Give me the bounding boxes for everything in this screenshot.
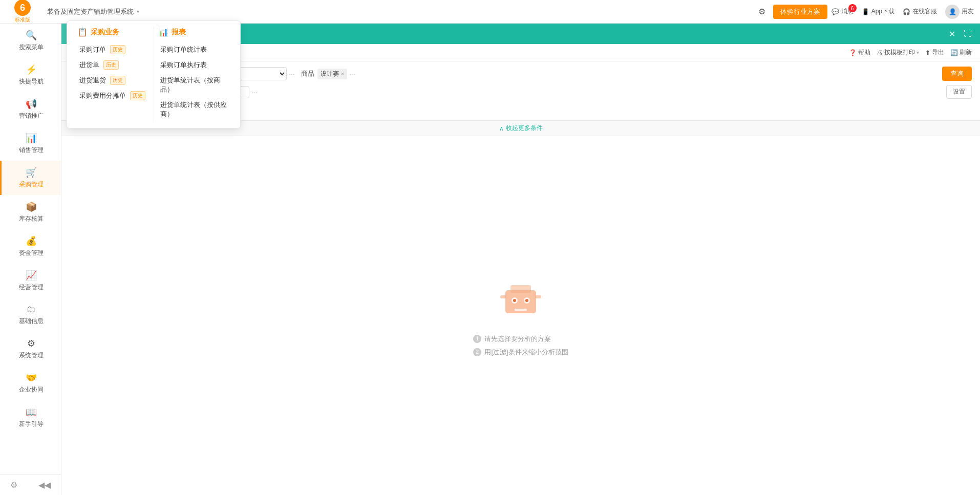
- industry-button[interactable]: 体验行业方案: [773, 5, 827, 19]
- hist-tag-2: 历史: [103, 60, 119, 70]
- sidebar-label-sales: 销售管理: [19, 146, 44, 155]
- dropdown-item-goods-stats-supplier-label: 进货单统计表（按供应商）: [160, 100, 228, 119]
- print-label: 按模板打印: [884, 48, 915, 57]
- salesman-more-btn[interactable]: ···: [251, 88, 258, 96]
- sidebar-item-guide[interactable]: 📖 新手引导: [0, 400, 61, 435]
- basic-info-icon: 🗂: [27, 304, 36, 315]
- refresh-btn[interactable]: 🔄 刷新: [950, 48, 972, 57]
- refresh-icon: 🔄: [950, 49, 958, 56]
- empty-area: 1 请先选择要分析的方案 2 用[过滤]条件来缩小分析范围: [61, 136, 980, 495]
- dropdown-col-purchase-title: 📋 采购业务: [77, 27, 150, 37]
- purchase-dropdown-menu: 📋 采购业务 采购订单 历史 进货单 历史 进货退货 历史 采购费用分摊单 历史…: [67, 20, 241, 128]
- tab-close-window-btn[interactable]: ✕: [947, 27, 957, 41]
- sidebar-label-purchase: 采购管理: [19, 180, 44, 189]
- dropdown-item-goods-stats-product[interactable]: 进货单统计表（按商品）: [158, 73, 230, 97]
- sidebar-item-basic-info[interactable]: 🗂 基础信息: [0, 298, 61, 332]
- sidebar-item-sales[interactable]: 📊 销售管理: [0, 126, 61, 161]
- sidebar-item-inventory[interactable]: 📦 库存核算: [0, 195, 61, 229]
- dropdown-item-purchase-stats[interactable]: 采购订单统计表: [158, 42, 230, 57]
- dropdown-item-goods-return[interactable]: 进货退货 历史: [77, 73, 150, 88]
- sidebar-label-capital: 资金管理: [19, 249, 44, 257]
- user-info-btn[interactable]: 👤 用友: [945, 5, 974, 19]
- sidebar-label-basic-info: 基础信息: [19, 317, 44, 326]
- settings-icon-btn[interactable]: ⚙: [755, 5, 769, 19]
- sidebar-item-marketing[interactable]: 📢 营销推广: [0, 92, 61, 126]
- quick-nav-icon: ⚡: [26, 64, 37, 75]
- tab-bar-right: ✕ ⛶: [947, 27, 980, 41]
- step-2-num: 2: [473, 348, 481, 356]
- app-download-label: App下载: [871, 7, 894, 16]
- sidebar: 🔍 搜索菜单 ⚡ 快捷导航 📢 营销推广 📊 销售管理 🛒 采购管理 📦 库存核…: [0, 24, 61, 495]
- dropdown-col-purchase: 📋 采购业务 采购订单 历史 进货单 历史 进货退货 历史 采购费用分摊单 历史: [73, 27, 154, 122]
- export-label: 导出: [932, 48, 944, 57]
- logo-icon: 6: [14, 0, 31, 16]
- inventory-icon: 📦: [26, 201, 37, 212]
- dropdown-item-goods-receive[interactable]: 进货单 历史: [77, 57, 150, 73]
- goods-tag: 设计赛 ×: [317, 69, 347, 79]
- collapse-chevron: ∧: [499, 125, 504, 132]
- export-btn[interactable]: ⬆ 导出: [925, 48, 944, 57]
- mobile-icon: 📱: [862, 8, 869, 15]
- query-button[interactable]: 查询: [942, 67, 972, 81]
- svg-rect-6: [515, 309, 527, 311]
- dropdown-item-purchase-exec-label: 采购订单执行表: [160, 60, 207, 70]
- empty-icon: [495, 275, 546, 326]
- enterprise-icon: 🤝: [26, 372, 37, 383]
- sidebar-item-quick-nav[interactable]: ⚡ 快捷导航: [0, 58, 61, 92]
- hist-tag-4: 历史: [130, 91, 145, 100]
- app-download-btn[interactable]: 📱 App下载: [862, 7, 894, 16]
- goods-filter-field: 商品 设计赛 × ···: [301, 69, 363, 79]
- step-1-num: 1: [473, 335, 481, 343]
- help-icon: ❓: [849, 49, 857, 56]
- hist-tag-3: 历史: [110, 76, 125, 85]
- sidebar-item-capital[interactable]: 💰 资金管理: [0, 229, 61, 264]
- sidebar-collapse-btn[interactable]: ◀◀: [38, 480, 51, 490]
- dropdown-item-purchase-order[interactable]: 采购订单 历史: [77, 42, 150, 57]
- guide-icon: 📖: [26, 406, 37, 418]
- sidebar-item-enterprise[interactable]: 🤝 企业协同: [0, 366, 61, 400]
- sidebar-label-system: 系统管理: [19, 351, 44, 360]
- sidebar-item-purchase[interactable]: 🛒 采购管理: [0, 161, 61, 195]
- dropdown-item-goods-stats-supplier[interactable]: 进货单统计表（按供应商）: [158, 97, 230, 122]
- topbar-right: 💬 消息 6 📱 App下载 🎧 在线客服 👤 用友: [832, 5, 974, 19]
- dropdown-item-expense-split[interactable]: 采购费用分摊单 历史: [77, 88, 150, 103]
- doc-status-select[interactable]: [236, 67, 287, 80]
- sidebar-settings-btn[interactable]: ⚙: [10, 480, 17, 490]
- sidebar-label-guide: 新手引导: [19, 420, 44, 428]
- message-btn[interactable]: 💬 消息 6: [832, 7, 854, 16]
- sidebar-item-operation[interactable]: 📈 经营管理: [0, 264, 61, 298]
- online-service-btn[interactable]: 🎧 在线客服: [903, 7, 937, 16]
- sidebar-item-search[interactable]: 🔍 搜索菜单: [0, 24, 61, 58]
- help-btn[interactable]: ❓ 帮助: [849, 48, 870, 57]
- print-btn[interactable]: 🖨 按模板打印 ▾: [877, 48, 919, 57]
- set-button[interactable]: 设置: [946, 85, 972, 99]
- sidebar-item-system[interactable]: ⚙ 系统管理: [0, 332, 61, 366]
- tab-expand-btn[interactable]: ⛶: [962, 27, 974, 40]
- print-dropdown-arrow[interactable]: ▾: [917, 50, 919, 55]
- empty-tip-2-text: 用[过滤]条件来缩小分析范围: [484, 348, 568, 357]
- dropdown-item-expense-split-label: 采购费用分摊单: [79, 91, 126, 100]
- system-dropdown-arrow[interactable]: ▾: [137, 9, 139, 14]
- dropdown-item-purchase-exec[interactable]: 采购订单执行表: [158, 57, 230, 73]
- goods-more-btn[interactable]: ···: [349, 70, 355, 78]
- app-logo: 6 标准版: [6, 0, 39, 24]
- sales-icon: 📊: [26, 133, 37, 144]
- user-avatar: 👤: [945, 5, 960, 19]
- doc-status-more-btn[interactable]: ···: [289, 70, 295, 78]
- svg-rect-8: [535, 295, 541, 298]
- dropdown-item-goods-return-label: 进货退货: [79, 76, 106, 85]
- system-title: 装备及固定资产辅助管理系统 ▾: [47, 7, 751, 16]
- capital-icon: 💰: [26, 235, 37, 247]
- svg-point-5: [525, 299, 528, 302]
- system-icon: ⚙: [27, 338, 35, 349]
- marketing-icon: 📢: [26, 98, 37, 110]
- help-label: 帮助: [858, 48, 870, 57]
- empty-tip-2: 2 用[过滤]条件来缩小分析范围: [473, 348, 568, 357]
- goods-tag-close[interactable]: ×: [341, 71, 344, 77]
- sidebar-label-search: 搜索菜单: [19, 43, 44, 52]
- dropdown-item-purchase-order-label: 采购订单: [79, 45, 106, 54]
- goods-tag-text: 设计赛: [321, 70, 339, 78]
- print-icon: 🖨: [877, 49, 883, 56]
- sidebar-label-marketing: 营销推广: [19, 112, 44, 120]
- purchase-icon: 🛒: [26, 167, 37, 178]
